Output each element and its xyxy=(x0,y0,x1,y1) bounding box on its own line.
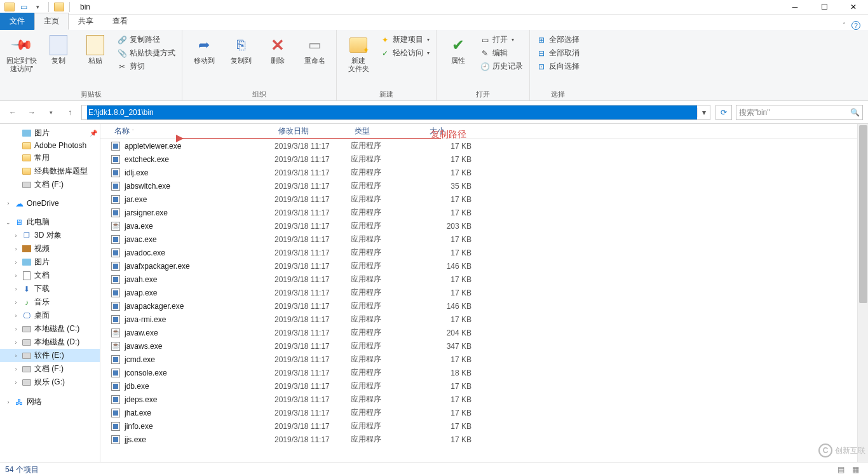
table-row[interactable]: appletviewer.exe2019/3/18 11:17应用程序17 KB xyxy=(100,139,868,152)
move-to-button[interactable]: ➦ 移动到 xyxy=(187,32,220,65)
address-bar[interactable]: ▾ xyxy=(81,105,710,120)
tab-file[interactable]: 文件 xyxy=(0,13,34,30)
view-details-icon[interactable]: ▤ xyxy=(834,464,848,474)
search-input[interactable] xyxy=(739,108,850,117)
table-row[interactable]: extcheck.exe2019/3/18 11:17应用程序17 KB xyxy=(100,152,868,166)
nav-up-button[interactable]: ↑ xyxy=(62,105,78,120)
sidebar-item[interactable]: ›♪音乐 xyxy=(0,295,100,309)
col-header-name[interactable]: 名称ˆ xyxy=(111,126,275,137)
delete-button[interactable]: ✕ 删除 xyxy=(261,32,294,65)
tree-expander-icon[interactable]: › xyxy=(13,273,19,279)
tree-expander-icon[interactable]: › xyxy=(13,339,19,346)
tree-expander-icon[interactable]: › xyxy=(13,353,19,359)
close-button[interactable]: ✕ xyxy=(839,0,868,15)
copy-path-button[interactable]: 🔗复制路径 xyxy=(116,34,177,46)
tree-expander-icon[interactable]: › xyxy=(13,233,19,239)
history-button[interactable]: 🕘历史记录 xyxy=(478,60,524,72)
address-input[interactable] xyxy=(87,105,697,119)
table-row[interactable]: jarsigner.exe2019/3/18 11:17应用程序17 KB xyxy=(100,206,868,219)
table-row[interactable]: jar.exe2019/3/18 11:17应用程序17 KB xyxy=(100,193,868,206)
tree-expander-icon[interactable]: › xyxy=(13,313,19,319)
sidebar-item[interactable]: ›🖵桌面 xyxy=(0,309,100,322)
sidebar-item[interactable]: Adobe Photosh xyxy=(0,140,100,151)
tab-share[interactable]: 共享 xyxy=(69,13,103,30)
sidebar-item[interactable]: 图片📌 xyxy=(0,126,100,140)
table-row[interactable]: idlj.exe2019/3/18 11:17应用程序17 KB xyxy=(100,166,868,179)
table-row[interactable]: java-rmi.exe2019/3/18 11:17应用程序17 KB xyxy=(100,313,868,326)
col-header-type[interactable]: 类型 xyxy=(351,126,426,137)
rename-button[interactable]: ▭ 重命名 xyxy=(298,32,331,65)
nav-forward-button[interactable]: → xyxy=(24,105,39,120)
open-button[interactable]: ▭打开▾ xyxy=(478,34,524,46)
sidebar-item[interactable]: ›图片 xyxy=(0,255,100,269)
refresh-button[interactable]: ⟳ xyxy=(715,105,732,120)
sidebar-item[interactable]: ›🖧网络 xyxy=(0,395,100,409)
edit-button[interactable]: ✎编辑 xyxy=(478,47,524,59)
copy-button[interactable]: 复制 xyxy=(42,32,75,65)
tree-expander-icon[interactable]: › xyxy=(13,379,19,386)
sidebar-item[interactable]: ›软件 (E:) xyxy=(0,349,100,362)
properties-button[interactable]: ✔ 属性 xyxy=(442,32,475,65)
table-row[interactable]: javap.exe2019/3/18 11:17应用程序17 KB xyxy=(100,286,868,299)
maximize-button[interactable]: ☐ xyxy=(810,0,839,15)
table-row[interactable]: jabswitch.exe2019/3/18 11:17应用程序35 KB xyxy=(100,179,868,193)
tree-expander-icon[interactable]: › xyxy=(13,259,19,266)
sidebar-item[interactable]: ›❒3D 对象 xyxy=(0,229,100,242)
cut-button[interactable]: ✂剪切 xyxy=(116,60,177,72)
nav-back-button[interactable]: ← xyxy=(5,105,20,120)
table-row[interactable]: jdb.exe2019/3/18 11:17应用程序17 KB xyxy=(100,379,868,393)
col-header-size[interactable]: 大小 xyxy=(426,126,471,137)
address-dropdown-icon[interactable]: ▾ xyxy=(697,108,710,117)
ribbon-collapse-icon[interactable]: ˆ xyxy=(843,22,845,29)
table-row[interactable]: javah.exe2019/3/18 11:17应用程序17 KB xyxy=(100,273,868,286)
sidebar-item[interactable]: ›文档 xyxy=(0,269,100,282)
table-row[interactable]: javadoc.exe2019/3/18 11:17应用程序17 KB xyxy=(100,246,868,259)
table-row[interactable]: jinfo.exe2019/3/18 11:17应用程序17 KB xyxy=(100,419,868,433)
tree-expander-icon[interactable]: › xyxy=(13,286,19,292)
select-none-button[interactable]: ⊟全部取消 xyxy=(535,47,581,59)
minimize-button[interactable]: ─ xyxy=(780,0,810,15)
select-all-button[interactable]: ⊞全部选择 xyxy=(535,34,581,46)
table-row[interactable]: javafxpackager.exe2019/3/18 11:17应用程序146… xyxy=(100,259,868,273)
invert-selection-button[interactable]: ⊡反向选择 xyxy=(535,60,581,72)
paste-button[interactable]: 粘贴 xyxy=(79,32,112,65)
table-row[interactable]: jjs.exe2019/3/18 11:17应用程序17 KB xyxy=(100,433,868,446)
table-row[interactable]: jdeps.exe2019/3/18 11:17应用程序17 KB xyxy=(100,393,868,406)
col-header-date[interactable]: 修改日期 xyxy=(275,126,351,137)
sidebar-item[interactable]: 常用 xyxy=(0,151,100,165)
table-row[interactable]: jcmd.exe2019/3/18 11:17应用程序17 KB xyxy=(100,353,868,366)
copy-to-button[interactable]: ⎘ 复制到 xyxy=(224,32,257,65)
tree-expander-icon[interactable]: › xyxy=(13,326,19,332)
qat-properties-icon[interactable]: ▭ xyxy=(18,1,29,13)
sidebar-item[interactable]: ›本地磁盘 (C:) xyxy=(0,322,100,335)
table-row[interactable]: javaws.exe2019/3/18 11:17应用程序347 KB xyxy=(100,339,868,353)
tree-expander-icon[interactable]: › xyxy=(13,246,19,252)
tree-expander-icon[interactable]: › xyxy=(5,200,11,207)
tree-expander-icon[interactable]: › xyxy=(13,299,19,306)
sidebar-item[interactable]: ›⬇下载 xyxy=(0,282,100,295)
sidebar-item[interactable]: ›视频 xyxy=(0,242,100,255)
sidebar-item[interactable]: ›本地磁盘 (D:) xyxy=(0,335,100,349)
table-row[interactable]: javac.exe2019/3/18 11:17应用程序17 KB xyxy=(100,233,868,246)
sidebar-item[interactable]: 文档 (F:) xyxy=(0,178,100,191)
table-row[interactable]: javapackager.exe2019/3/18 11:17应用程序146 K… xyxy=(100,299,868,313)
scrollbar-thumb[interactable] xyxy=(859,125,867,303)
file-rows[interactable]: appletviewer.exe2019/3/18 11:17应用程序17 KB… xyxy=(100,139,868,462)
table-row[interactable]: jconsole.exe2019/3/18 11:17应用程序18 KB xyxy=(100,366,868,379)
sidebar-item[interactable]: ⌄🖥此电脑 xyxy=(0,215,100,229)
qat-explorer-icon[interactable] xyxy=(4,1,15,13)
new-item-button[interactable]: ✦新建项目▾ xyxy=(379,34,431,46)
search-box[interactable]: 🔍 xyxy=(736,105,863,120)
view-large-icons-icon[interactable]: ▦ xyxy=(848,464,863,474)
tab-view[interactable]: 查看 xyxy=(103,13,137,30)
ribbon-help-icon[interactable]: ? xyxy=(851,21,860,30)
tree-expander-icon[interactable]: ⌄ xyxy=(5,219,11,226)
sidebar[interactable]: 图片📌Adobe Photosh常用经典数据库题型文档 (F:)›☁OneDri… xyxy=(0,124,100,462)
paste-shortcut-button[interactable]: 📎粘贴快捷方式 xyxy=(116,47,177,59)
tree-expander-icon[interactable]: › xyxy=(5,399,11,405)
sidebar-item[interactable]: ›文档 (F:) xyxy=(0,362,100,376)
vertical-scrollbar[interactable] xyxy=(857,124,868,462)
table-row[interactable]: java.exe2019/3/18 11:17应用程序203 KB xyxy=(100,219,868,233)
sidebar-item[interactable]: ›☁OneDrive xyxy=(0,198,100,209)
sidebar-item[interactable]: 经典数据库题型 xyxy=(0,165,100,178)
